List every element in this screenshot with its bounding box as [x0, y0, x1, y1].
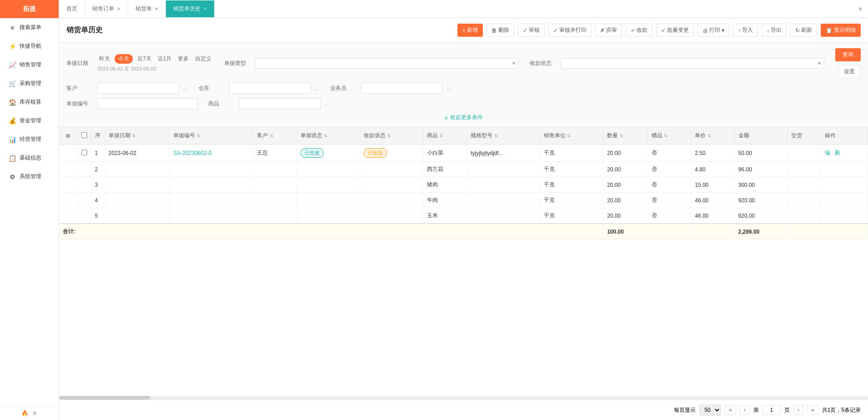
salesperson-dots[interactable]: ... [447, 85, 451, 91]
tab-sales-order[interactable]: 销售订单 ✕ [85, 0, 128, 17]
collect-button[interactable]: ✓ 收款 [626, 24, 652, 37]
row1-check[interactable] [77, 145, 91, 162]
preset-7days[interactable]: 近7天 [135, 54, 153, 64]
prev-page-btn[interactable]: ‹ [740, 405, 750, 415]
th-quantity[interactable]: 数量 ⇅ [603, 127, 648, 145]
sidebar-item-purchase-mgmt-label: 采购管理 [20, 80, 41, 87]
new-button[interactable]: + 新增 [457, 24, 483, 37]
per-page-select[interactable]: 50 [699, 405, 721, 415]
row3-doc-status [296, 177, 360, 193]
sidebar-item-quick-nav[interactable]: ⚡ 快捷导航 [0, 37, 59, 55]
tab-home[interactable]: 首页 [59, 0, 85, 17]
doc-type-select[interactable] [255, 58, 519, 69]
tab-sales-history-close[interactable]: ✕ [203, 6, 207, 11]
row1-delete-btn[interactable]: 删 [835, 150, 840, 156]
row3-gift: 否 [647, 177, 691, 193]
customer-filter-item: 客户 ... [66, 83, 187, 94]
refresh-button[interactable]: ↻ 刷新 [790, 24, 817, 37]
preset-custom[interactable]: 自定义 [193, 54, 213, 64]
row1-doc-number[interactable]: SA-20230602-0 [170, 145, 253, 162]
total-price-placeholder [691, 224, 734, 240]
first-page-btn[interactable]: « [725, 405, 736, 415]
row1-checkbox[interactable] [81, 150, 87, 155]
sidebar-item-inventory[interactable]: 🏠 库存核算 [0, 93, 59, 111]
th-check[interactable] [77, 127, 91, 145]
collect-status-select[interactable] [561, 58, 824, 69]
sidebar-item-finance[interactable]: 💰 资金管理 [0, 111, 59, 130]
last-page-btn[interactable]: » [807, 405, 818, 415]
next-page-btn[interactable]: › [793, 405, 803, 415]
th-doc-date[interactable]: 单据日期 ⇅ [105, 127, 170, 145]
row5-setting [59, 208, 77, 224]
salesperson-input[interactable] [361, 83, 443, 94]
th-doc-number[interactable]: 单据编号 ⇅ [170, 127, 253, 145]
sidebar-bottom-icon1[interactable]: 🔥 [21, 410, 28, 416]
customer-dots[interactable]: ... [183, 85, 187, 91]
doc-number-input[interactable] [97, 98, 197, 109]
preset-more[interactable]: 更多 [176, 54, 191, 64]
sidebar: 拓提 ≡ 搜索菜单 ⚡ 快捷导航 📈 销售管理 🛒 采购管理 🏠 库存核算 💰 … [0, 0, 59, 420]
th-sales-unit[interactable]: 销售单位 ⇅ [540, 127, 603, 145]
row1-edit-btn[interactable]: 编 [825, 150, 830, 156]
sidebar-item-purchase-mgmt[interactable]: 🛒 采购管理 [0, 74, 59, 93]
customer-input[interactable] [97, 83, 179, 94]
print-button[interactable]: 🖨 打印 ▾ [697, 24, 729, 37]
sidebar-item-sys-mgmt[interactable]: ⚙ 系统管理 [0, 167, 59, 186]
tab-sales-order-close[interactable]: ✕ [117, 6, 120, 11]
warehouse-dots[interactable]: ... [315, 85, 319, 91]
th-collect-status[interactable]: 收款状态 ⇅ [360, 127, 423, 145]
audit-icon: ✓ [523, 27, 527, 34]
tab-sales-history[interactable]: 销货单历史 ✕ [166, 0, 215, 17]
sidebar-item-sales-mgmt-label: 销售管理 [20, 61, 41, 69]
new-icon: + [462, 27, 466, 34]
select-all-checkbox[interactable] [81, 132, 87, 138]
sidebar-item-ops[interactable]: 📊 经营管理 [0, 130, 59, 149]
audit-button[interactable]: ✓ 审核 [518, 24, 545, 37]
th-spec-model[interactable]: 规格型号 ⇅ [467, 127, 540, 145]
tab-sales-goods[interactable]: 销货单 ✕ [128, 0, 166, 17]
row5-doc-number [170, 208, 253, 224]
row1-trade [787, 145, 821, 162]
sidebar-item-sales-mgmt[interactable]: 📈 销售管理 [0, 55, 59, 74]
row3-spec-model [467, 177, 540, 193]
audit-print-button[interactable]: ✓ 审核并打印 [548, 24, 592, 37]
row5-unit-price: 46.00 [691, 208, 734, 224]
preset-yesterday[interactable]: 昨天 [97, 54, 112, 64]
th-doc-status[interactable]: 单据状态 ⇅ [296, 127, 360, 145]
preset-1month[interactable]: 近1月 [156, 54, 174, 64]
goods-input[interactable] [239, 98, 321, 109]
th-goods[interactable]: 商品 ⇅ [423, 127, 467, 145]
th-unit-price[interactable]: 单价 ⇅ [691, 127, 734, 145]
collapse-button[interactable]: ∧ 收起更多条件 [66, 114, 861, 121]
show-detail-button[interactable]: 📋 显示明细 [821, 24, 861, 37]
export-button[interactable]: ↓ 导出 [762, 24, 787, 37]
tab-sales-goods-close[interactable]: ✕ [155, 6, 158, 11]
th-customer[interactable]: 客户 ⇅ [253, 127, 296, 145]
goods-filter-item: 商品 ... [208, 98, 329, 109]
sidebar-item-finance-label: 资金管理 [20, 117, 41, 125]
batch-change-button[interactable]: ✓ 批量变更 [656, 24, 694, 37]
goods-dots[interactable]: ... [325, 100, 329, 107]
collect-status-filter-item: 收款状态 [530, 58, 824, 69]
row4-setting [59, 193, 77, 208]
scrollbar-thumb[interactable] [59, 396, 150, 400]
set-button[interactable]: 设置 [838, 65, 861, 78]
sidebar-bottom-icon2[interactable]: ⏸ [32, 410, 37, 416]
delete-button[interactable]: 🗑 删除 [487, 24, 514, 37]
import-button[interactable]: ↑ 导入 [733, 24, 758, 37]
row4-trade [787, 193, 821, 208]
horizontal-scrollbar[interactable] [59, 396, 868, 400]
audit-label: 审核 [529, 26, 540, 34]
th-setting[interactable]: ⚙ [59, 127, 77, 145]
row1-quantity: 20.00 [603, 145, 648, 162]
th-gift[interactable]: 赠品 ⇅ [647, 127, 691, 145]
page-number-input[interactable] [763, 405, 781, 415]
warehouse-input[interactable] [229, 83, 311, 94]
sidebar-item-search-menu[interactable]: ≡ 搜索菜单 [0, 18, 59, 37]
sidebar-item-basic-info[interactable]: 📋 基础信息 [0, 149, 59, 167]
preset-today[interactable]: 今天 [115, 54, 133, 64]
window-close-btn[interactable]: ✕ [858, 6, 863, 12]
doc-type-filter-item: 单据类型 [224, 58, 519, 69]
abandon-button[interactable]: ✗ 弃审 [595, 24, 622, 37]
query-button[interactable]: 查询 [835, 48, 861, 61]
